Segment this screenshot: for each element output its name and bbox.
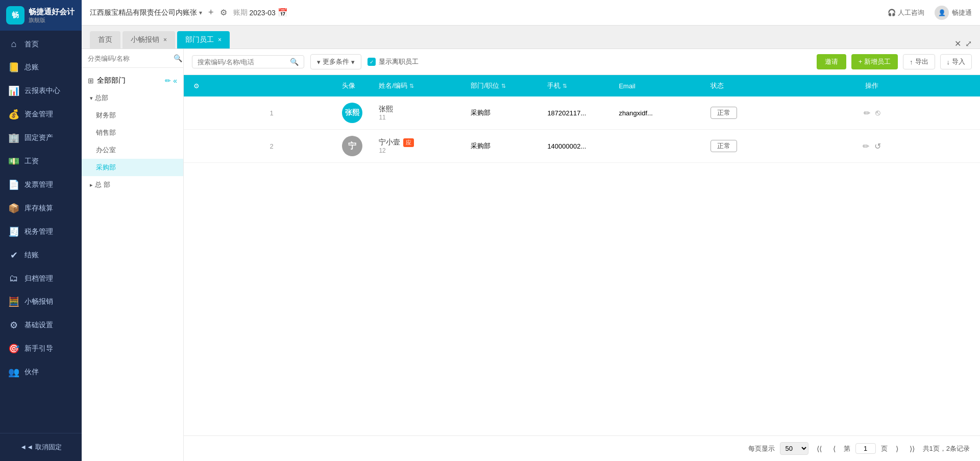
row2-edit-button[interactable]: ✏ (863, 141, 869, 151)
row2-dept: 采购部 (462, 130, 539, 163)
topbar-settings-icon[interactable]: ⚙ (220, 8, 227, 17)
sidebar-item-general-ledger[interactable]: 📒 总账 (0, 56, 82, 79)
guide-icon: 🎯 (8, 343, 19, 354)
col-dept[interactable]: 部门/职位 ⇅ (462, 75, 539, 96)
import-button[interactable]: ↓ 导入 (940, 54, 972, 69)
row1-phone: 187202117... (539, 96, 610, 130)
dept-search-input[interactable] (88, 55, 174, 62)
calendar-icon[interactable]: 📅 (278, 8, 288, 17)
home-icon: ⌂ (8, 39, 19, 50)
service-button[interactable]: 🎧 人工咨询 (888, 8, 924, 17)
row1-edit-button[interactable]: ✏ (864, 108, 870, 118)
dept-item-sales[interactable]: 销售部 (82, 124, 183, 141)
page-prev-button[interactable]: ⟨ (830, 444, 839, 454)
employee-search-icon[interactable]: 🔍 (290, 58, 299, 66)
page-size-select[interactable]: 50 10 20 100 (780, 442, 808, 455)
employee-search-input[interactable] (198, 58, 290, 66)
col-status: 状态 (702, 75, 764, 96)
sidebar-item-home[interactable]: ⌂ 首页 (0, 33, 82, 56)
topbar-add-button[interactable]: + (208, 7, 214, 18)
dept-edit-icon[interactable]: ✏ (165, 77, 171, 85)
dept-group-head-label[interactable]: ▾ 总部 (82, 89, 183, 107)
cancel-fixed-button[interactable]: ◄◄ 取消固定 (0, 439, 82, 456)
sidebar-item-fund-management[interactable]: 💰 资金管理 (0, 103, 82, 126)
dept-collapse-icon[interactable]: « (173, 77, 177, 85)
sidebar-item-guide[interactable]: 🎯 新手引导 (0, 337, 82, 360)
row1-code-text: 11 (379, 114, 454, 121)
tab-home[interactable]: 首页 (90, 31, 120, 48)
show-resigned-checkbox[interactable]: ✓ (368, 58, 376, 66)
dept-group-general-label[interactable]: ▸ 总 部 (82, 176, 183, 193)
dept-item-office[interactable]: 办公室 (82, 141, 183, 159)
dept-item-purchase[interactable]: 采购部 (82, 159, 183, 176)
sidebar-item-invoice[interactable]: 📄 发票管理 (0, 173, 82, 197)
row1-dept: 采购部 (462, 96, 539, 130)
sidebar-item-label: 库存核算 (24, 204, 53, 213)
dept-group-arrow-icon: ▾ (90, 95, 93, 102)
col-name[interactable]: 姓名/编码 ⇅ (371, 75, 462, 96)
sidebar-item-tax[interactable]: 🧾 税务管理 (0, 220, 82, 244)
row2-name: 宁小壹 应 12 (371, 130, 462, 163)
dept-panel: 🔍 ⊞ 全部部门 ✏ « ▾ 总部 财务部 (82, 49, 184, 461)
sidebar-item-payroll[interactable]: 💵 工资 (0, 150, 82, 173)
col-email: Email (610, 75, 702, 96)
col-settings[interactable]: ⚙ (184, 75, 209, 96)
tab-expand-button[interactable]: ⤢ (965, 39, 972, 48)
sidebar-item-partner[interactable]: 👥 伙伴 (0, 360, 82, 384)
dept-search-icon[interactable]: 🔍 (174, 54, 182, 62)
filter-chevron-icon: ▾ (351, 58, 355, 66)
all-dept-header[interactable]: ⊞ 全部部门 ✏ « (82, 72, 183, 89)
ledger-icon: 📒 (8, 62, 19, 73)
page-unit: 页 (881, 444, 888, 453)
sidebar-item-fixed-assets[interactable]: 🏢 固定资产 (0, 126, 82, 150)
tab-dept-close[interactable]: × (218, 36, 222, 43)
invite-button[interactable]: 邀请 (817, 54, 846, 69)
sidebar-item-label: 归档管理 (24, 274, 53, 283)
page-last-button[interactable]: ⟩⟩ (906, 444, 918, 454)
main-area: 江西服宝精品有限责任公司内账张 ▾ + ⚙ 账期 2023-03 📅 🎧 人工咨… (82, 0, 980, 461)
pagination: 每页显示 50 10 20 100 ⟨⟨ ⟨ 第 页 ⟩ ⟩⟩ 共1页，2条记录 (184, 435, 980, 461)
invoice-icon: 📄 (8, 179, 19, 190)
row2-badge: 应 (403, 138, 414, 147)
page-input[interactable] (855, 443, 876, 454)
page-next-button[interactable]: ⟩ (893, 444, 901, 454)
user-menu[interactable]: 👤 畅捷通 (935, 6, 972, 20)
sidebar-item-inventory[interactable]: 📦 库存核算 (0, 197, 82, 220)
sidebar-item-settings[interactable]: ⚙ 基础设置 (0, 313, 82, 337)
page-first-button[interactable]: ⟨⟨ (814, 444, 825, 454)
export-icon: ↑ (910, 58, 913, 66)
payroll-icon: 💵 (8, 156, 19, 167)
dept-group-general-arrow: ▸ (90, 182, 93, 188)
col-phone[interactable]: 手机 ⇅ (539, 75, 610, 96)
sidebar-item-archive[interactable]: 🗂 归档管理 (0, 267, 82, 290)
row1-avatar: 张熙 (334, 96, 371, 130)
tab-dept-employee[interactable]: 部门员工 × (177, 31, 230, 48)
tab-expense[interactable]: 小畅报销 × (122, 31, 175, 48)
tab-expense-close[interactable]: × (163, 36, 167, 43)
report-icon: 📊 (8, 85, 19, 96)
row2-phone: 140000002... (539, 130, 610, 163)
sort-phone-icon: ⇅ (562, 83, 567, 89)
tab-close-button[interactable]: ✕ (954, 39, 961, 48)
row2-code-text: 12 (379, 147, 454, 154)
sidebar-item-label: 云报表中心 (24, 86, 60, 95)
topbar-company[interactable]: 江西服宝精品有限责任公司内账张 ▾ (90, 8, 202, 17)
show-resigned-toggle[interactable]: ✓ 显示离职员工 (368, 57, 419, 66)
sidebar-item-label: 新手引导 (24, 344, 53, 353)
import-label: 导入 (952, 57, 965, 66)
row1-exit-button[interactable]: ⎋ (875, 108, 880, 117)
sidebar-logo: 畅 畅捷通好会计 旗舰版 (0, 0, 82, 31)
add-employee-button[interactable]: + 新增员工 (851, 54, 898, 69)
page-label: 第 (844, 444, 850, 453)
logo-text: 畅捷通好会计 (29, 7, 75, 16)
sidebar-item-checkout[interactable]: ✔ 结账 (0, 244, 82, 267)
filter-button[interactable]: ▾ 更多条件 ▾ (310, 54, 361, 69)
toolbar-right-actions: 邀请 + 新增员工 ↑ 导出 ↓ 导入 (817, 54, 972, 69)
dept-item-finance[interactable]: 财务部 (82, 107, 183, 124)
headset-icon: 🎧 (888, 9, 896, 16)
sidebar-item-expense[interactable]: 🧮 小畅报销 (0, 290, 82, 313)
sidebar-item-label: 基础设置 (24, 321, 53, 330)
row2-refresh-button[interactable]: ↺ (874, 141, 881, 151)
sidebar-item-report-center[interactable]: 📊 云报表中心 (0, 79, 82, 103)
export-button[interactable]: ↑ 导出 (903, 54, 935, 69)
